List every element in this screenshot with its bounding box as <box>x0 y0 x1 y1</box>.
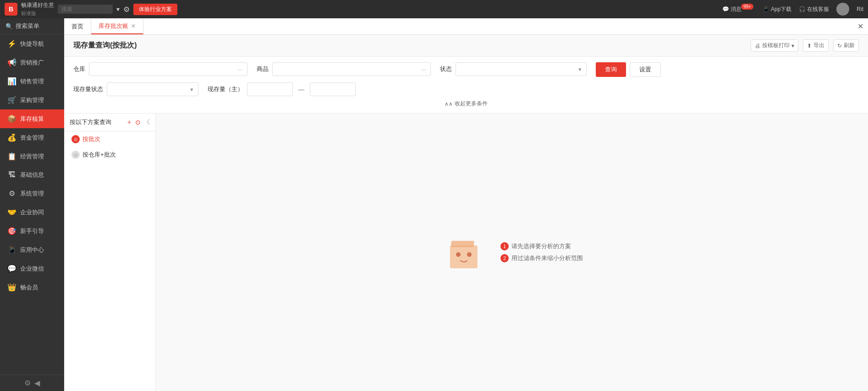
sidebar-item-label: 企业协同 <box>20 208 44 217</box>
service-label: 在线客服 <box>807 5 829 13</box>
plan-item-by-warehouse-batch[interactable]: ⊙ 按仓库+批次 <box>64 147 155 163</box>
tip-num-2: 2 <box>500 254 509 262</box>
sidebar-item-marketing[interactable]: 📢 营销推广 <box>0 53 64 72</box>
sidebar-item-quick-nav[interactable]: ⚡ 快捷导航 <box>0 34 64 53</box>
product-more-icon[interactable]: ··· <box>421 66 426 73</box>
message-icon: 💬 <box>722 6 729 12</box>
sidebar-item-system[interactable]: ⚙ 系统管理 <box>0 184 64 203</box>
product-label: 商品 <box>257 65 269 73</box>
topbar: B 畅康通好生意 标准版 ▾ ⚙ 体验行业方案 💬 消息 99+ 📱 App下载… <box>0 0 868 18</box>
tabbar-close-icon[interactable]: ✕ <box>857 22 863 31</box>
left-panel-title: 按以下方案查询 <box>70 118 111 126</box>
empty-illustration <box>441 229 487 275</box>
marketing-icon: 📢 <box>7 58 16 67</box>
sidebar-item-basic[interactable]: 🏗 基础信息 <box>0 166 64 184</box>
tab-home[interactable]: 首页 <box>64 18 91 34</box>
search-dropdown-icon[interactable]: ▾ <box>116 5 120 13</box>
inventory-qty-from[interactable] <box>247 82 293 96</box>
headset-icon: 🎧 <box>799 6 806 12</box>
sidebar-item-purchase[interactable]: 🛒 采购管理 <box>0 91 64 109</box>
left-panel-actions: ＋ ⊙ 《 <box>126 118 150 126</box>
sidebar-bottom: ⚙ ◀ <box>0 375 64 391</box>
sidebar-item-newbie[interactable]: 🎯 新手引导 <box>0 222 64 240</box>
topbar-gear-icon[interactable]: ⚙ <box>123 5 130 14</box>
tab-batch-inventory[interactable]: 库存批次账 ✕ <box>91 18 143 34</box>
sidebar-item-operations[interactable]: 📋 经营管理 <box>0 147 64 166</box>
settings-plan-icon[interactable]: ⊙ <box>135 119 141 126</box>
plan-active-icon: ⊙ <box>71 135 80 143</box>
sidebar-item-members[interactable]: 👑 畅会员 <box>0 278 64 297</box>
empty-tips: 1 请先选择要分析的方案 2 用过滤条件来缩小分析范围 <box>500 242 583 262</box>
inventory-status-dropdown-icon[interactable]: ▾ <box>190 86 193 93</box>
sidebar-search-label: 搜索菜单 <box>16 22 39 30</box>
tab-close-icon[interactable]: ✕ <box>131 23 136 29</box>
sidebar-item-sales[interactable]: 📊 销售管理 <box>0 72 64 91</box>
tabbar-right: ✕ <box>853 18 868 34</box>
export-label: 导出 <box>813 42 824 49</box>
sidebar-item-enterprise[interactable]: 🤝 企业协同 <box>0 203 64 222</box>
sidebar-item-inventory[interactable]: 📦 库存核算 <box>0 109 64 128</box>
app-download-action[interactable]: 📱 App下载 <box>763 5 791 13</box>
trial-button[interactable]: 体验行业方案 <box>133 4 177 15</box>
status-select[interactable]: ▾ <box>456 62 587 76</box>
sidebar-search[interactable]: 🔍 搜索菜单 <box>0 18 64 34</box>
user-avatar[interactable] <box>836 3 849 16</box>
refresh-label: 刷新 <box>844 42 855 49</box>
right-content: 1 请先选择要分析的方案 2 用过滤条件来缩小分析范围 <box>156 114 868 391</box>
empty-tip-2: 2 用过滤条件来缩小分析范围 <box>500 254 583 262</box>
collapse-label: 收起更多条件 <box>455 100 488 108</box>
collapse-button[interactable]: ∧∧ 收起更多条件 <box>445 100 488 108</box>
sidebar-item-label: 营销推广 <box>20 59 44 67</box>
svg-rect-1 <box>451 241 474 247</box>
inventory-icon: 📦 <box>7 114 16 123</box>
print-icon: 🖨 <box>755 43 760 49</box>
sidebar-settings-icon[interactable]: ⚙ <box>24 379 31 387</box>
basic-icon: 🏗 <box>7 171 16 179</box>
sidebar-item-label: 库存核算 <box>20 115 44 123</box>
refresh-button[interactable]: ↻ 刷新 <box>833 39 859 52</box>
inventory-status-select[interactable]: ▾ <box>107 82 198 96</box>
sidebar-item-label: 应用中心 <box>20 246 44 254</box>
export-button[interactable]: ⬆ 导出 <box>803 39 829 52</box>
empty-state: 1 请先选择要分析的方案 2 用过滤条件来缩小分析范围 <box>441 229 583 275</box>
edition-label: 标准版 <box>21 10 54 17</box>
plan-item-by-batch[interactable]: ⊙ 按批次 <box>64 131 155 147</box>
sidebar-item-label: 销售管理 <box>20 77 44 86</box>
online-service-action[interactable]: 🎧 在线客服 <box>799 5 829 13</box>
print-dropdown-icon[interactable]: ▾ <box>791 43 794 49</box>
inventory-qty-to[interactable] <box>310 82 356 96</box>
inventory-qty-label: 现存量（主） <box>208 85 243 93</box>
main-layout: 🔍 搜索菜单 ⚡ 快捷导航 📢 营销推广 📊 销售管理 🛒 采购管理 📦 库存核… <box>0 18 868 391</box>
wechat-icon: 💬 <box>7 264 16 273</box>
print-button[interactable]: 🖨 按模板打印 ▾ <box>751 39 798 52</box>
product-input[interactable]: ··· <box>272 62 431 76</box>
topbar-search-input[interactable] <box>58 5 113 14</box>
warehouse-more-icon[interactable]: ··· <box>237 66 242 73</box>
sidebar-item-apps[interactable]: 📱 应用中心 <box>0 240 64 259</box>
batch-tab-label: 库存批次账 <box>99 22 128 30</box>
sidebar-item-label: 企业微信 <box>20 265 44 273</box>
sidebar-item-label: 经营管理 <box>20 152 44 161</box>
finance-icon: 💰 <box>7 133 16 142</box>
warehouse-input[interactable]: ··· <box>89 62 247 76</box>
username-label: Rit <box>857 6 863 12</box>
svg-rect-0 <box>450 245 478 268</box>
plan-label: 按仓库+批次 <box>82 151 116 159</box>
company-name: 畅康通好生意 <box>21 1 54 9</box>
export-icon: ⬆ <box>807 43 812 49</box>
left-panel: 按以下方案查询 ＋ ⊙ 《 ⊙ 按批次 ⊙ 按仓库+批次 <box>64 114 156 391</box>
tabbar: 首页 库存批次账 ✕ ✕ <box>64 18 868 35</box>
plan-label: 按批次 <box>82 135 100 143</box>
add-plan-icon[interactable]: ＋ <box>126 118 132 126</box>
settings-button[interactable]: 设置 <box>630 62 661 77</box>
status-dropdown-icon[interactable]: ▾ <box>578 66 582 73</box>
phone-icon: 📱 <box>763 6 769 12</box>
sidebar-collapse-icon[interactable]: ◀ <box>34 379 40 387</box>
collapse-panel-icon[interactable]: 《 <box>143 118 150 126</box>
query-button[interactable]: 查询 <box>596 62 626 77</box>
tip-text-1: 请先选择要分析的方案 <box>511 242 571 250</box>
sidebar-item-finance[interactable]: 💰 资金管理 <box>0 128 64 147</box>
sidebar-item-wechat[interactable]: 💬 企业微信 <box>0 259 64 278</box>
message-action[interactable]: 💬 消息 99+ <box>722 5 755 13</box>
left-panel-header: 按以下方案查询 ＋ ⊙ 《 <box>64 114 155 131</box>
